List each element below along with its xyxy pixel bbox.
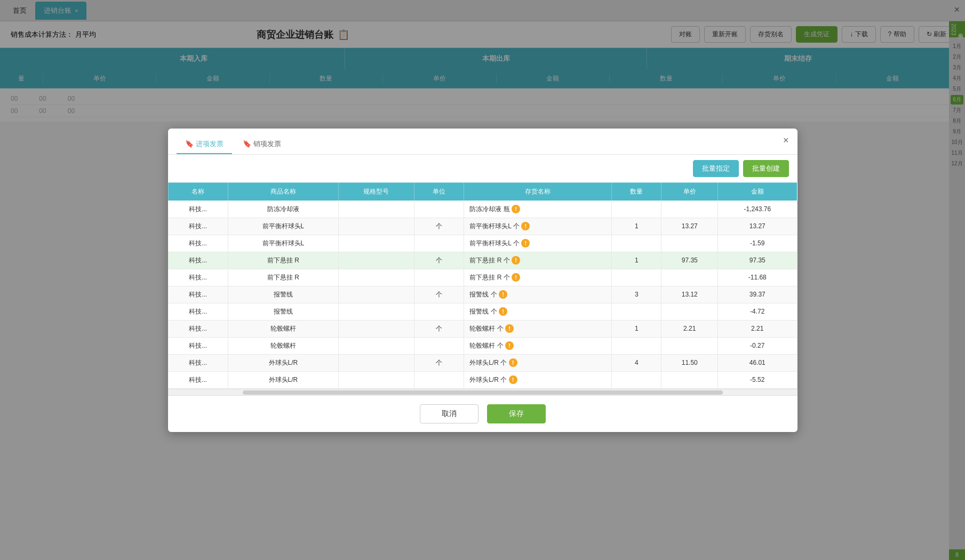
table-row[interactable]: 科技... 前平衡杆球头L 前平衡杆球头L 个 ! -1.59	[168, 235, 797, 252]
col-qty: 数量	[612, 182, 661, 201]
cell-qty: 4	[612, 354, 661, 371]
cell-amount: 46.01	[718, 354, 797, 371]
cell-amount: -5.52	[718, 371, 797, 388]
table-row[interactable]: 科技... 前平衡杆球头L 个 前平衡杆球头L 个 ! 1 13.27 13.2…	[168, 218, 797, 235]
cell-stock: 外球头L/R 个 !	[464, 354, 612, 371]
warning-icon: !	[521, 222, 530, 230]
cell-name: 科技...	[168, 235, 228, 252]
table-row[interactable]: 科技... 外球头L/R 外球头L/R 个 ! -5.52	[168, 371, 797, 388]
cell-product: 报警线	[228, 303, 338, 320]
cell-product: 外球头L/R	[228, 354, 338, 371]
cell-price	[661, 269, 718, 286]
cell-amount: 13.27	[718, 218, 797, 235]
cell-stock: 报警线 个 !	[464, 303, 612, 320]
cell-qty	[612, 303, 661, 320]
col-spec: 规格型号	[338, 182, 414, 201]
warning-icon: !	[499, 307, 507, 316]
cell-spec	[338, 286, 414, 303]
cell-unit: 个	[414, 286, 464, 303]
warning-icon: !	[509, 375, 517, 384]
col-price: 单价	[661, 182, 718, 201]
cell-amount: -1,243.76	[718, 201, 797, 218]
cell-product: 前下悬挂 R	[228, 252, 338, 269]
col-product: 商品名称	[228, 182, 338, 201]
table-row[interactable]: 科技... 报警线 报警线 个 ! -4.72	[168, 303, 797, 320]
cell-spec	[338, 252, 414, 269]
table-row[interactable]: 科技... 轮毂螺杆 个 轮毂螺杆 个 ! 1 2.21 2.21	[168, 320, 797, 337]
scrollbar-thumb[interactable]	[243, 390, 723, 395]
cell-amount: 97.35	[718, 252, 797, 269]
cell-amount: -0.27	[718, 337, 797, 354]
cell-qty	[612, 371, 661, 388]
cell-name: 科技...	[168, 320, 228, 337]
table-row[interactable]: 科技... 外球头L/R 个 外球头L/R 个 ! 4 11.50 46.01	[168, 354, 797, 371]
cell-name: 科技...	[168, 218, 228, 235]
batch-assign-button[interactable]: 批量指定	[693, 160, 739, 177]
cell-unit	[414, 337, 464, 354]
outbound-label: 销项发票	[253, 139, 281, 149]
cancel-button[interactable]: 取消	[420, 404, 478, 423]
cell-unit: 个	[414, 320, 464, 337]
inbound-label: 进项发票	[196, 139, 224, 149]
cell-unit: 个	[414, 354, 464, 371]
cell-stock: 轮毂螺杆 个 !	[464, 337, 612, 354]
cell-stock: 前平衡杆球头L 个 !	[464, 218, 612, 235]
cell-product: 前下悬挂 R	[228, 269, 338, 286]
tab-inbound-invoice[interactable]: 🔖 进项发票	[177, 135, 232, 154]
warning-icon: !	[512, 256, 520, 265]
cell-stock: 防冻冷却液 瓶 !	[464, 201, 612, 218]
table-row[interactable]: 科技... 防冻冷却液 防冻冷却液 瓶 ! -1,243.76	[168, 201, 797, 218]
batch-create-button[interactable]: 批量创建	[743, 160, 789, 177]
cell-spec	[338, 201, 414, 218]
cell-unit: 个	[414, 218, 464, 235]
cell-price: 13.27	[661, 218, 718, 235]
cell-product: 防冻冷却液	[228, 201, 338, 218]
save-button[interactable]: 保存	[487, 404, 546, 423]
cell-price: 97.35	[661, 252, 718, 269]
modal-close-button[interactable]: ×	[783, 135, 789, 146]
inbound-icon: 🔖	[185, 140, 194, 148]
invoice-table-container: 名称 商品名称 规格型号 单位 存货名称 数量 单价 金额 科技... 防冻冷却…	[168, 182, 797, 389]
cell-qty	[612, 201, 661, 218]
invoice-modal: 🔖 进项发票 🔖 销项发票 × 批量指定 批量创建 名称 商品名称 规格型号	[168, 129, 797, 432]
cell-spec	[338, 235, 414, 252]
warning-icon: !	[512, 273, 520, 282]
cell-product: 外球头L/R	[228, 371, 338, 388]
cell-price	[661, 201, 718, 218]
cell-stock: 前平衡杆球头L 个 !	[464, 235, 612, 252]
cell-unit	[414, 269, 464, 286]
table-row[interactable]: 科技... 轮毂螺杆 轮毂螺杆 个 ! -0.27	[168, 337, 797, 354]
modal-overlay: 🔖 进项发票 🔖 销项发票 × 批量指定 批量创建 名称 商品名称 规格型号	[0, 0, 965, 560]
table-row[interactable]: 科技... 前下悬挂 R 前下悬挂 R 个 ! -11.68	[168, 269, 797, 286]
cell-amount: 39.37	[718, 286, 797, 303]
cell-spec	[338, 269, 414, 286]
cell-price	[661, 235, 718, 252]
cell-unit	[414, 201, 464, 218]
modal-toolbar: 批量指定 批量创建	[168, 155, 797, 182]
cell-price	[661, 371, 718, 388]
cell-product: 报警线	[228, 286, 338, 303]
table-row[interactable]: 科技... 报警线 个 报警线 个 ! 3 13.12 39.37	[168, 286, 797, 303]
cell-product: 轮毂螺杆	[228, 337, 338, 354]
horizontal-scrollbar[interactable]	[168, 389, 797, 395]
cell-product: 前平衡杆球头L	[228, 235, 338, 252]
cell-qty: 1	[612, 320, 661, 337]
cell-product: 前平衡杆球头L	[228, 218, 338, 235]
outbound-icon: 🔖	[243, 140, 251, 148]
cell-qty	[612, 235, 661, 252]
cell-qty	[612, 269, 661, 286]
col-unit: 单位	[414, 182, 464, 201]
warning-icon: !	[505, 341, 514, 350]
warning-icon: !	[512, 205, 520, 213]
cell-name: 科技...	[168, 252, 228, 269]
cell-price: 2.21	[661, 320, 718, 337]
tab-outbound-invoice[interactable]: 🔖 销项发票	[234, 135, 290, 154]
cell-qty: 3	[612, 286, 661, 303]
invoice-table: 名称 商品名称 规格型号 单位 存货名称 数量 单价 金额 科技... 防冻冷却…	[168, 182, 797, 389]
table-row[interactable]: 科技... 前下悬挂 R 个 前下悬挂 R 个 ! 1 97.35 97.35	[168, 252, 797, 269]
cell-qty: 1	[612, 252, 661, 269]
cell-product: 轮毂螺杆	[228, 320, 338, 337]
cell-spec	[338, 371, 414, 388]
cell-amount: -11.68	[718, 269, 797, 286]
warning-icon: !	[499, 290, 507, 299]
